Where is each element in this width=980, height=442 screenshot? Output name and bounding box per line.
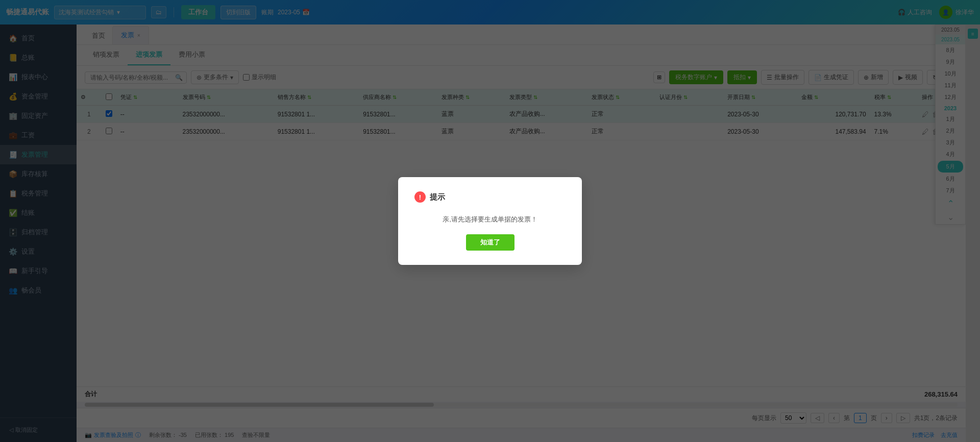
modal-confirm-button[interactable]: 知道了 xyxy=(466,234,514,251)
modal-body: 亲,请先选择要生成单据的发票！ xyxy=(414,211,566,234)
modal-warning-icon: ! xyxy=(414,191,426,203)
alert-modal: ! 提示 亲,请先选择要生成单据的发票！ 知道了 xyxy=(398,177,582,265)
modal-message: 亲,请先选择要生成单据的发票！ xyxy=(443,215,537,223)
modal-title: 提示 xyxy=(430,192,445,202)
modal-header: ! 提示 xyxy=(414,191,566,203)
modal-container: ! 提示 亲,请先选择要生成单据的发票！ 知道了 xyxy=(0,0,980,442)
modal-footer: 知道了 xyxy=(414,234,566,251)
